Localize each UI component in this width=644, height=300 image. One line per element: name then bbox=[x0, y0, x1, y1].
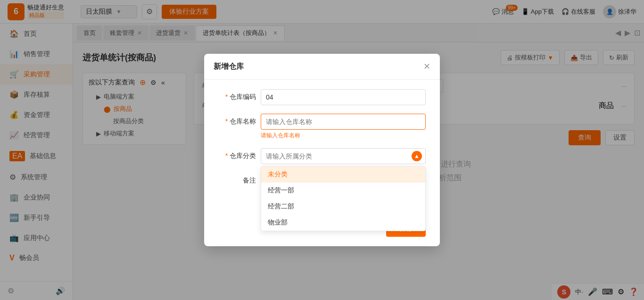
dropdown-item-dept1[interactable]: 经营一部 bbox=[261, 183, 425, 199]
code-label: 仓库编码 bbox=[218, 89, 256, 101]
category-label: 仓库分类 bbox=[218, 148, 256, 160]
form-row-code: 仓库编码 bbox=[218, 89, 426, 105]
dropdown-item-dept2[interactable]: 经营二部 bbox=[261, 199, 425, 215]
dropdown-item-property[interactable]: 物业部 bbox=[261, 215, 425, 231]
dialog-header: 新增仓库 ✕ bbox=[204, 54, 440, 80]
dialog-title: 新增仓库 bbox=[214, 62, 244, 72]
name-label: 仓库名称 bbox=[218, 114, 256, 126]
name-error-msg: 请输入仓库名称 bbox=[261, 132, 426, 140]
code-input[interactable] bbox=[261, 89, 426, 105]
code-field-wrap bbox=[261, 89, 426, 105]
name-field-wrap: 请输入仓库名称 bbox=[261, 114, 426, 140]
category-dropdown: 未分类 经营一部 经营二部 物业部 bbox=[261, 166, 426, 231]
dialog-close-button[interactable]: ✕ bbox=[423, 61, 430, 72]
modal-overlay[interactable]: 新增仓库 ✕ 仓库编码 仓库名称 请输入仓库名称 仓库分类 bbox=[0, 0, 644, 300]
remark-label: 备注 bbox=[218, 173, 256, 185]
form-row-name: 仓库名称 请输入仓库名称 bbox=[218, 114, 426, 140]
category-select-wrap: ▲ 未分类 经营一部 经营二部 物业部 bbox=[261, 148, 426, 164]
dialog-body: 仓库编码 仓库名称 请输入仓库名称 仓库分类 ▲ bbox=[204, 80, 440, 216]
category-field-wrap: ▲ 未分类 经营一部 经营二部 物业部 bbox=[261, 148, 426, 164]
name-input[interactable] bbox=[261, 114, 426, 130]
category-dropdown-arrow[interactable]: ▲ bbox=[412, 151, 422, 161]
form-row-category: 仓库分类 ▲ 未分类 经营一部 经营二部 物业部 bbox=[218, 148, 426, 164]
new-warehouse-dialog: 新增仓库 ✕ 仓库编码 仓库名称 请输入仓库名称 仓库分类 bbox=[204, 54, 440, 246]
dropdown-item-uncategorized[interactable]: 未分类 bbox=[261, 167, 425, 183]
category-input[interactable] bbox=[261, 148, 426, 164]
